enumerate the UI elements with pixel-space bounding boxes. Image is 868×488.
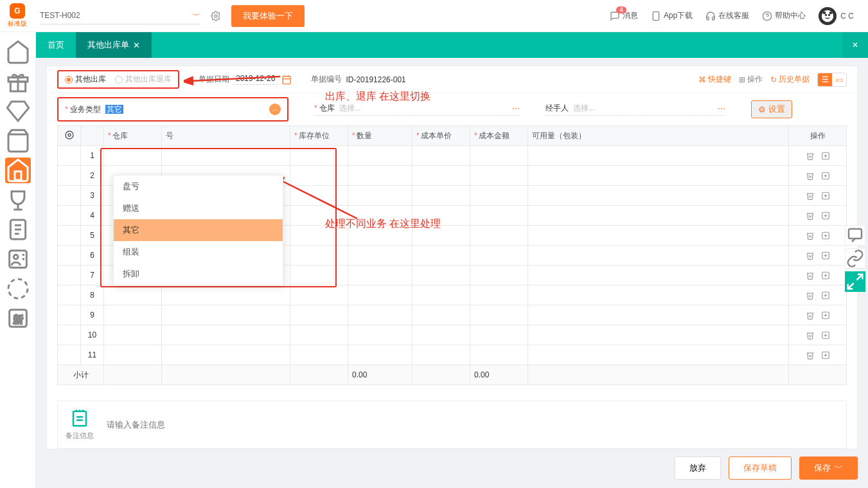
nav-help[interactable]: 帮助中心 [762,10,806,21]
company-name: TEST-H002 [40,11,80,20]
svg-point-9 [829,11,833,14]
headset-icon [705,11,716,21]
chevron-down-icon: ﹀ [193,10,200,21]
nav-service[interactable]: 在线客服 [705,10,749,21]
company-select[interactable]: TEST-H002 ﹀ [40,8,200,24]
logo-tag: 标准版 [8,19,27,28]
topbar: G 标准版 TEST-H002 ﹀ 我要体验一下 消息 4 App下载 在线客服… [0,0,868,32]
svg-point-7 [828,14,830,15]
message-badge: 4 [616,6,626,14]
phone-icon [651,11,661,21]
gear-icon[interactable] [211,11,221,21]
svg-point-6 [825,14,827,15]
help-icon [762,11,772,21]
try-button[interactable]: 我要体验一下 [231,5,305,27]
avatar-icon [819,7,837,25]
nav-app-download[interactable]: App下载 [651,10,693,21]
svg-point-0 [215,15,217,17]
nav-message[interactable]: 消息 4 [610,10,638,21]
user-menu[interactable]: C C [819,7,854,25]
logo-icon: G [10,3,25,19]
svg-point-8 [823,11,826,14]
logo[interactable]: G 标准版 [8,3,27,28]
svg-rect-1 [653,12,659,20]
